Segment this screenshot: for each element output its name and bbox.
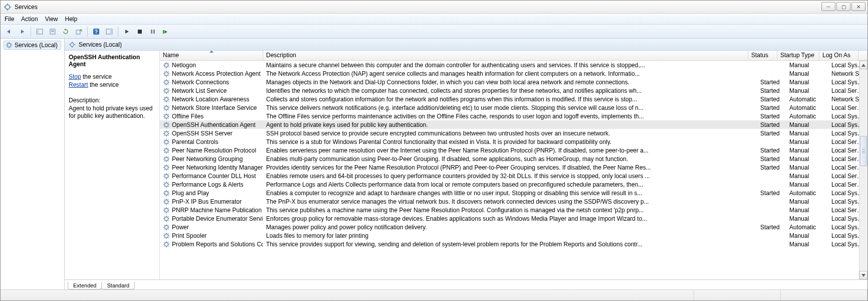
cell-startup: Manual (786, 164, 828, 171)
svg-line-148 (164, 169, 165, 170)
restart-service-button[interactable] (160, 26, 171, 37)
gear-icon (163, 241, 170, 248)
col-startup-type[interactable]: Startup Type (777, 51, 819, 60)
properties-button[interactable] (47, 26, 58, 37)
back-button[interactable] (4, 26, 15, 37)
export-button[interactable] (73, 26, 84, 37)
cell-status: Started (757, 121, 786, 128)
cell-startup: Manual (786, 198, 828, 205)
cell-name: Offline Files (160, 113, 263, 120)
cell-name: OpenSSH Authentication Agent (160, 121, 263, 128)
menubar: File Action View Help (1, 14, 867, 25)
menu-action[interactable]: Action (21, 16, 38, 23)
cell-startup: Manual (786, 147, 828, 154)
table-row[interactable]: Offline FilesThe Offline Files service p… (160, 112, 867, 120)
svg-line-221 (168, 233, 169, 234)
menu-file[interactable]: File (5, 16, 14, 23)
minimize-button[interactable]: ─ (821, 2, 835, 11)
maximize-button[interactable]: ▢ (836, 2, 850, 11)
show-hide-tree-button[interactable] (34, 26, 45, 37)
svg-point-42 (165, 72, 168, 75)
cell-description: Collects and stores configuration inform… (263, 96, 757, 103)
svg-line-147 (168, 169, 169, 170)
scroll-down-button[interactable] (859, 271, 867, 279)
table-row[interactable]: Performance Logs & AlertsPerformance Log… (160, 180, 867, 189)
close-button[interactable]: ✕ (851, 2, 865, 11)
table-row[interactable]: OpenSSH Authentication AgentAgent to hol… (160, 120, 867, 129)
stop-service-button[interactable] (134, 26, 145, 37)
table-row[interactable]: Problem Reports and Solutions Contr...Th… (160, 240, 867, 248)
col-status[interactable]: Status (748, 51, 777, 60)
forward-button[interactable] (17, 26, 28, 37)
gear-icon (69, 41, 76, 48)
cell-name: Performance Counter DLL Host (160, 173, 263, 180)
tab-extended[interactable]: Extended (68, 282, 102, 289)
gear-icon (163, 70, 170, 77)
table-row[interactable]: Network List ServiceIdentifies the netwo… (160, 86, 867, 95)
vertical-scrollbar[interactable] (859, 61, 867, 279)
stop-link[interactable]: Stop (69, 73, 81, 80)
cell-description: Enables a computer to recognize and adap… (263, 190, 757, 197)
col-logon-as[interactable]: Log On As (819, 51, 858, 60)
svg-point-51 (165, 80, 168, 84)
show-hide-action-pane-button[interactable] (104, 26, 115, 37)
svg-line-165 (168, 186, 169, 187)
table-row[interactable]: PowerManages power policy and power poli… (160, 223, 867, 231)
gear-icon (163, 121, 170, 128)
pause-service-button[interactable] (147, 26, 158, 37)
svg-line-149 (168, 165, 169, 166)
table-row[interactable]: NetlogonMaintains a secure channel betwe… (160, 61, 867, 69)
help-button[interactable]: ? (91, 26, 102, 37)
table-row[interactable]: Performance Counter DLL HostEnables remo… (160, 172, 867, 180)
scroll-thumb[interactable] (860, 136, 867, 166)
menu-help[interactable]: Help (65, 16, 78, 23)
svg-line-68 (168, 88, 169, 89)
refresh-button[interactable] (60, 26, 71, 37)
col-description[interactable]: Description (263, 51, 748, 60)
svg-rect-18 (163, 30, 164, 34)
tree-root-item[interactable]: Services (Local) (4, 41, 61, 50)
toolbar: ? (1, 25, 867, 39)
table-row[interactable]: PnP-X IP Bus EnumeratorThe PnP-X bus enu… (160, 197, 867, 206)
table-row[interactable]: Peer Networking Identity ManagerProvides… (160, 163, 867, 172)
cell-name: Network List Service (160, 87, 263, 94)
svg-line-57 (168, 83, 169, 84)
table-row[interactable]: Network Store Interface ServiceThis serv… (160, 103, 867, 112)
svg-point-60 (165, 89, 168, 92)
table-row[interactable]: OpenSSH SSH ServerSSH protocol based ser… (160, 129, 867, 137)
scroll-up-button[interactable] (859, 61, 867, 69)
table-row[interactable]: Plug and PlayEnables a computer to recog… (160, 189, 867, 197)
table-row[interactable]: Network Location AwarenessCollects and s… (160, 95, 867, 103)
svg-line-38 (164, 63, 165, 64)
cell-startup: Automatic (786, 104, 828, 111)
svg-line-104 (168, 122, 169, 123)
svg-line-219 (168, 237, 169, 238)
start-service-button[interactable] (121, 26, 132, 37)
selected-service-title: OpenSSH Authentication Agent (69, 54, 155, 68)
table-row[interactable]: Network ConnectionsManages objects in th… (160, 78, 867, 86)
svg-line-94 (164, 117, 165, 118)
gear-icon (163, 138, 170, 145)
svg-point-69 (165, 97, 168, 101)
table-row[interactable]: PNRP Machine Name Publication Ser...This… (160, 206, 867, 214)
tab-standard[interactable]: Standard (101, 282, 135, 289)
table-row[interactable]: Peer Networking GroupingEnables multi-pa… (160, 155, 867, 163)
cell-name: Peer Name Resolution Protocol (160, 147, 263, 154)
col-name[interactable]: Name (160, 51, 263, 60)
restart-link[interactable]: Restart (69, 81, 88, 88)
cell-name: Network Store Interface Service (160, 104, 263, 111)
svg-line-166 (164, 186, 165, 187)
svg-line-66 (168, 92, 169, 93)
table-row[interactable]: Peer Name Resolution ProtocolEnables ser… (160, 146, 867, 155)
svg-line-202 (164, 220, 165, 221)
menu-view[interactable]: View (45, 16, 58, 23)
table-row[interactable]: Print SpoolerLoads files to memory for l… (160, 231, 867, 240)
svg-point-19 (8, 44, 11, 47)
svg-rect-6 (37, 29, 39, 34)
table-row[interactable]: Parental ControlsThis service is a stub … (160, 137, 867, 146)
svg-line-194 (168, 208, 169, 209)
table-row[interactable]: Network Access Protection AgentThe Netwo… (160, 69, 867, 78)
table-row[interactable]: Portable Device Enumerator ServiceEnforc… (160, 214, 867, 223)
sort-asc-icon (209, 51, 213, 53)
stop-suffix: the service (81, 73, 112, 80)
